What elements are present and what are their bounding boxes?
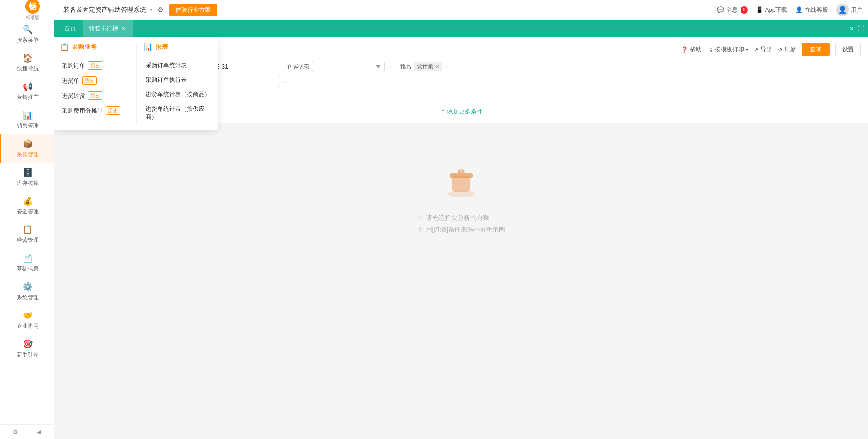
sidebar-footer: ⚙ ◀ <box>0 424 54 439</box>
salesperson-ellipsis[interactable]: ··· <box>283 78 288 85</box>
goods-tag: 设计素 ✕ <box>414 62 442 71</box>
order-status-filter: 单据状态 ··· <box>286 61 392 72</box>
goods-tag-close[interactable]: ✕ <box>435 64 439 70</box>
empty-tip-label-1: 请先选择要分析的方案 <box>426 214 489 222</box>
tab-window-expand-icon[interactable]: ⛶ <box>858 25 864 32</box>
dropdown-item-label-purchase-order: 采购订单 <box>62 62 85 70</box>
dropdown-item-purchase-order[interactable]: 采购订单 历史 <box>60 58 129 73</box>
hist-badge-expense[interactable]: 历史 <box>106 106 120 115</box>
query-btn[interactable]: 查询 <box>802 43 830 56</box>
export-btn[interactable]: ↗ 导出 <box>754 45 772 54</box>
user-btn[interactable]: 👤 用户 <box>836 4 863 16</box>
dropdown-columns: 📋 采购业务 采购订单 历史 进货单 历史 进货退货 <box>54 43 218 124</box>
dropdown-col-reports: 📊 报表 采购订单统计表 采购订单执行表 进货单统计表（按商品） <box>138 43 218 124</box>
inventory-icon: 🗄️ <box>23 168 33 178</box>
dropdown-item-label-inbound-supplier: 进货单统计表（按供应商） <box>146 105 211 121</box>
dropdown-item-label-expense: 采购费用分摊单 <box>62 107 103 115</box>
print-arrow-icon: ▾ <box>746 47 748 52</box>
hist-badge-return[interactable]: 历史 <box>88 91 102 100</box>
system-gear-icon[interactable]: ⚙ <box>157 5 164 14</box>
sales-icon: 📊 <box>23 110 33 120</box>
sidebar-item-guide[interactable]: 🎯 新手引导 <box>0 335 54 363</box>
svg-point-3 <box>458 169 465 176</box>
sidebar-label-cooperation: 企业协同 <box>17 322 39 330</box>
sidebar-item-sales[interactable]: 📊 销售管理 <box>0 106 54 134</box>
tab-sales-rank[interactable]: 销售排行榜 ✕ <box>83 20 133 37</box>
order-status-select[interactable] <box>312 61 385 72</box>
empty-tip-1: ① 请先选择要分析的方案 <box>417 214 506 222</box>
refresh-label: 刷新 <box>785 45 796 54</box>
title-dropdown-arrow[interactable]: ▾ <box>150 6 153 13</box>
sidebar-settings-icon[interactable]: ⚙ <box>13 429 18 435</box>
tab-close-icon[interactable]: ✕ <box>121 25 127 32</box>
main-layout: 🔍 搜索菜单 🏠 快捷导航 📢 营销推广 📊 销售管理 📦 采购管理 🗄️ 库存… <box>0 20 868 439</box>
settings-btn[interactable]: 设置 <box>835 43 861 56</box>
operations-icon: 📋 <box>23 225 33 235</box>
tip-num-icon-2: ② <box>417 226 423 233</box>
order-status-ellipsis[interactable]: ··· <box>387 63 392 70</box>
dropdown-item-order-exec[interactable]: 采购订单执行表 <box>144 73 213 87</box>
help-label: 帮助 <box>690 45 702 54</box>
sidebar-item-cooperation[interactable]: 🤝 企业协同 <box>0 306 54 335</box>
sidebar-item-operations[interactable]: 📋 经营管理 <box>0 220 54 249</box>
dropdown-col2-title: 📊 报表 <box>144 43 213 55</box>
dropdown-item-inbound-goods[interactable]: 进货单统计表（按商品） <box>144 87 213 102</box>
sidebar-item-inventory[interactable]: 🗄️ 库存核算 <box>0 163 54 192</box>
export-label: 导出 <box>761 45 772 54</box>
message-badge: 9 <box>741 6 748 14</box>
reports-col-icon: 📊 <box>144 43 153 51</box>
empty-tips: ① 请先选择要分析的方案 ② 用[过滤]条件来缩小分析范围 <box>417 214 506 234</box>
order-status-label: 单据状态 <box>286 63 309 71</box>
refresh-btn[interactable]: ↺ 刷新 <box>778 45 796 54</box>
sidebar-collapse-icon[interactable]: ◀ <box>37 429 41 435</box>
hist-badge-purchase-order[interactable]: 历史 <box>88 61 102 70</box>
sidebar-label-purchase: 采购管理 <box>17 151 39 158</box>
message-btn[interactable]: 💬 消息 9 <box>717 6 748 14</box>
industry-btn[interactable]: 体验行业方案 <box>169 4 217 16</box>
sidebar-label-finance: 资金管理 <box>17 208 39 216</box>
sidebar-label-sales: 销售管理 <box>17 122 39 130</box>
sidebar-item-search[interactable]: 🔍 搜索菜单 <box>0 20 54 49</box>
home-icon: 🏠 <box>23 53 33 63</box>
dropdown-item-label-inbound-goods: 进货单统计表（按商品） <box>146 90 210 99</box>
dropdown-item-inbound-supplier[interactable]: 进货单统计表（按供应商） <box>144 102 213 124</box>
dropdown-item-inbound[interactable]: 进货单 历史 <box>60 73 129 88</box>
sidebar-item-nav[interactable]: 🏠 快捷导航 <box>0 49 54 77</box>
app-download-btn[interactable]: 📱 App下载 <box>756 6 787 14</box>
purchase-col-icon: 📋 <box>60 43 69 51</box>
hist-badge-inbound[interactable]: 历史 <box>82 76 97 85</box>
purchase-icon: 📦 <box>23 139 33 149</box>
empty-svg-icon <box>439 160 484 205</box>
sidebar-item-finance[interactable]: 💰 资金管理 <box>0 192 54 220</box>
tab-bar-right: ✕ ⛶ <box>849 25 864 32</box>
dropdown-item-expense[interactable]: 采购费用分摊单 历史 <box>60 103 129 118</box>
tab-window-close-icon[interactable]: ✕ <box>849 25 854 32</box>
sidebar-item-marketing[interactable]: 📢 营销推广 <box>0 77 54 106</box>
empty-illustration <box>439 160 484 207</box>
message-icon: 💬 <box>717 6 724 13</box>
empty-state: ① 请先选择要分析的方案 ② 用[过滤]条件来缩小分析范围 <box>54 123 868 270</box>
print-btn[interactable]: 🖨 按模板打印 ▾ <box>707 45 748 54</box>
tab-sales-rank-label: 销售排行榜 <box>89 25 118 33</box>
user-label: 用户 <box>851 6 863 14</box>
sidebar-item-basic-info[interactable]: 📄 基础信息 <box>0 249 54 277</box>
sidebar-item-system[interactable]: ⚙️ 系统管理 <box>0 277 54 306</box>
dropdown-item-order-stats[interactable]: 采购订单统计表 <box>144 58 213 73</box>
svg-rect-1 <box>452 176 470 192</box>
tab-home[interactable]: 首页 <box>58 20 83 37</box>
help-icon: ❓ <box>681 46 688 53</box>
online-service-btn[interactable]: 👤 在线客服 <box>795 6 828 14</box>
sidebar-item-purchase[interactable]: 📦 采购管理 <box>0 134 54 163</box>
dropdown-item-return[interactable]: 进货退货 历史 <box>60 88 129 103</box>
dropdown-item-label-inbound: 进货单 <box>62 77 79 85</box>
goods-ellipsis[interactable]: ··· <box>445 63 450 70</box>
user-avatar-icon: 👤 <box>836 4 849 16</box>
header-right: 💬 消息 9 📱 App下载 👤 在线客服 👤 用户 <box>717 4 863 16</box>
sidebar-label-nav: 快捷导航 <box>17 65 39 73</box>
purchase-dropdown-menu: 📋 采购业务 采购订单 历史 进货单 历史 进货退货 <box>54 37 218 130</box>
help-btn[interactable]: ❓ 帮助 <box>681 45 702 54</box>
logo-icon: 畅 <box>25 0 40 14</box>
sidebar-label-operations: 经营管理 <box>17 237 39 244</box>
online-service-label: 在线客服 <box>805 6 828 14</box>
sidebar-label-marketing: 营销推广 <box>17 94 39 101</box>
